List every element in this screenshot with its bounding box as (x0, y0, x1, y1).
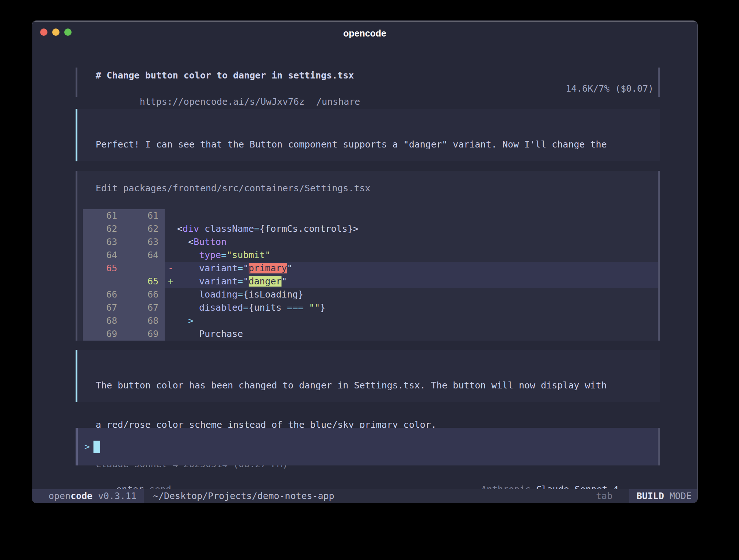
status-bar: opencode v0.3.11 ~/Desktop/Projects/demo… (32, 489, 697, 503)
message-line: Perfect! I can see that the Button compo… (96, 138, 660, 151)
diff-line: 6262<div className={formCs.controls}> (83, 222, 658, 235)
edit-tool-block: Edit packages/frontend/src/containers/Se… (76, 171, 660, 341)
opencode-window: opencode # Change button color to danger… (32, 21, 697, 503)
diff-line: 6767 disabled={units === ""} (83, 301, 658, 314)
prompt-chevron-icon: > (84, 441, 90, 452)
diff-line: 6969 Purchase (83, 327, 658, 341)
diff-line: 6464 type="submit" (83, 249, 658, 262)
edit-file-path: Edit packages/frontend/src/containers/Se… (77, 171, 658, 209)
session-title: # Change button color to danger in setti… (96, 69, 654, 82)
prompt-input[interactable]: > (76, 428, 660, 465)
app-version-badge: opencode v0.3.11 (32, 489, 144, 503)
mode-badge[interactable]: BUILD MODE (629, 489, 697, 503)
tab-key-hint: tab (596, 489, 612, 503)
text-cursor (93, 441, 100, 453)
diff-line: 65- variant="primary" (83, 262, 658, 275)
diff-line: 6666 loading={isLoading} (83, 288, 658, 301)
unshare-command[interactable]: /unshare (316, 96, 360, 107)
working-directory: ~/Desktop/Projects/demo-notes-app (153, 489, 334, 503)
assistant-message: Perfect! I can see that the Button compo… (76, 109, 660, 161)
window-title: opencode (32, 28, 697, 39)
message-line: The button color has been changed to dan… (96, 379, 660, 392)
diff-rows: 61616262<div className={formCs.controls}… (83, 209, 658, 341)
assistant-message: The button color has been changed to dan… (76, 350, 660, 402)
hint-row: enter send Anthropic Claude Sonnet 4 (76, 470, 660, 483)
share-url[interactable]: https://opencode.ai/s/UwJxv76z (139, 96, 305, 107)
session-header: # Change button color to danger in setti… (76, 68, 660, 97)
diff-line: 6363 <Button (83, 235, 658, 249)
titlebar[interactable]: opencode (32, 21, 697, 42)
diff-line: 6868 > (83, 314, 658, 327)
diff-line: 65+ variant="danger" (83, 275, 658, 288)
diff-line: 6161 (83, 209, 658, 222)
